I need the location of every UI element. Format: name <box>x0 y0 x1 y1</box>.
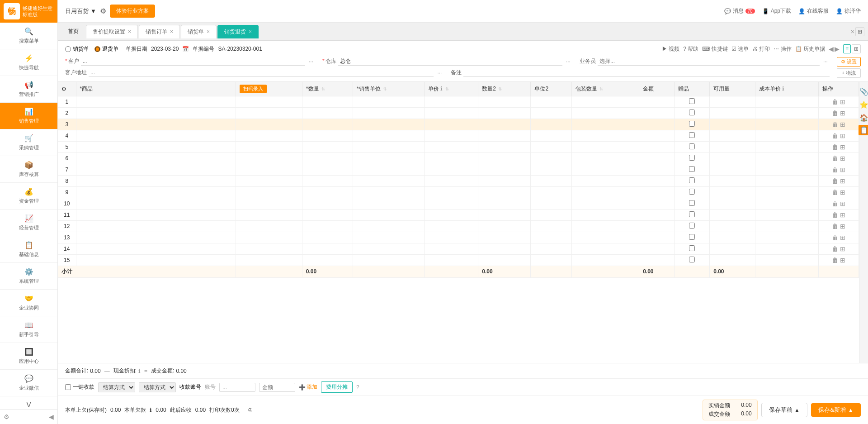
row-available[interactable] <box>710 186 755 198</box>
gift-checkbox[interactable] <box>689 166 695 172</box>
row-amount[interactable] <box>639 175 675 186</box>
radio-sales-bill-input[interactable] <box>65 46 71 52</box>
row-price[interactable] <box>425 220 478 232</box>
address-picker-btn[interactable]: ··· <box>435 70 443 76</box>
row-goods[interactable] <box>76 198 236 209</box>
row-pack-qty[interactable] <box>572 175 639 186</box>
print-btn[interactable]: 🖨 打印 <box>752 45 770 53</box>
copy-row-btn[interactable]: ⊞ <box>840 110 845 117</box>
operation-btn[interactable]: ⋯ 操作 <box>774 45 791 53</box>
row-goods[interactable] <box>76 96 236 108</box>
row-unit2[interactable] <box>531 232 572 243</box>
sidebar-item-sales[interactable]: 📊 销售管理 <box>0 103 57 129</box>
delete-row-btn[interactable]: 🗑 <box>832 143 838 151</box>
tab-sales-return-close[interactable]: × <box>249 29 252 35</box>
grid-view-btn[interactable]: ⊞ <box>852 44 861 53</box>
row-price[interactable] <box>425 232 478 243</box>
qty-sort-icon[interactable]: ⇅ <box>321 86 325 91</box>
right-panel-icon-2[interactable]: ⭐ <box>859 99 868 111</box>
sidebar-item-appstore[interactable]: 🔲 应用中心 <box>0 343 57 370</box>
row-goods[interactable] <box>76 119 236 130</box>
tab-home[interactable]: 首页 <box>61 25 85 38</box>
sidebar-item-vip[interactable]: V 畅会员 <box>0 396 57 409</box>
row-unit2[interactable] <box>531 243 572 254</box>
row-price[interactable] <box>425 119 478 130</box>
row-price[interactable] <box>425 96 478 108</box>
row-cost-price[interactable] <box>755 243 818 254</box>
row-cost-price[interactable] <box>755 130 818 141</box>
tab-sales-order-close[interactable]: × <box>170 29 173 35</box>
gift-checkbox[interactable] <box>689 121 695 127</box>
row-price[interactable] <box>425 164 478 175</box>
row-qty[interactable] <box>302 164 353 175</box>
delete-row-btn[interactable]: 🗑 <box>832 211 838 219</box>
gift-checkbox[interactable] <box>689 211 695 217</box>
row-unit[interactable] <box>353 175 425 186</box>
copy-row-btn[interactable]: ⊞ <box>840 155 845 162</box>
warehouse-input[interactable] <box>338 57 562 66</box>
row-pack-qty[interactable] <box>572 243 639 254</box>
row-qty[interactable] <box>302 254 353 266</box>
row-unit[interactable] <box>353 141 425 152</box>
gift-checkbox[interactable] <box>689 257 695 262</box>
radio-sales-bill[interactable]: 销货单 <box>65 45 89 53</box>
price-sort-icon[interactable]: ⇅ <box>445 86 449 91</box>
row-pack-qty[interactable] <box>572 198 639 209</box>
row-qty[interactable] <box>302 243 353 254</box>
row-available[interactable] <box>710 209 755 220</box>
row-qty2[interactable] <box>478 96 531 108</box>
row-qty2[interactable] <box>478 232 531 243</box>
row-pack-qty[interactable] <box>572 254 639 266</box>
row-available[interactable] <box>710 141 755 152</box>
row-pack-qty[interactable] <box>572 96 639 108</box>
shortcut-btn[interactable]: ⌨ 快捷键 <box>702 45 727 53</box>
copy-row-btn[interactable]: ⊞ <box>840 166 845 173</box>
row-available[interactable] <box>710 108 755 119</box>
row-qty2[interactable] <box>478 209 531 220</box>
copy-row-btn[interactable]: ⊞ <box>840 223 845 230</box>
delete-row-btn[interactable]: 🗑 <box>832 110 838 117</box>
row-goods[interactable] <box>76 130 236 141</box>
row-unit[interactable] <box>353 186 425 198</box>
address-input[interactable] <box>89 68 434 77</box>
row-amount[interactable] <box>639 254 675 266</box>
row-unit[interactable] <box>353 232 425 243</box>
row-available[interactable] <box>710 220 755 232</box>
row-qty[interactable] <box>302 186 353 198</box>
row-unit2[interactable] <box>531 164 572 175</box>
row-pack-qty[interactable] <box>572 108 639 119</box>
row-pack-qty[interactable] <box>572 119 639 130</box>
delete-row-btn[interactable]: 🗑 <box>832 155 838 162</box>
customer-input[interactable] <box>81 57 305 66</box>
row-unit2[interactable] <box>531 130 572 141</box>
qty2-sort-icon[interactable]: ⇅ <box>498 86 502 91</box>
row-amount[interactable] <box>639 198 675 209</box>
sidebar-settings-btn[interactable]: ⚙ <box>4 413 9 420</box>
fee-tip-icon[interactable]: ? <box>356 384 359 391</box>
calendar-icon[interactable]: 📅 <box>182 46 189 52</box>
row-price[interactable] <box>425 198 478 209</box>
salesperson-input[interactable] <box>598 57 820 66</box>
delete-row-btn[interactable]: 🗑 <box>832 166 838 173</box>
row-cost-price[interactable] <box>755 186 818 198</box>
row-unit2[interactable] <box>531 96 572 108</box>
row-goods[interactable] <box>76 141 236 152</box>
row-price[interactable] <box>425 108 478 119</box>
row-available[interactable] <box>710 164 755 175</box>
copy-row-btn[interactable]: ⊞ <box>840 257 845 264</box>
row-unit[interactable] <box>353 198 425 209</box>
goods-input[interactable] <box>80 121 232 128</box>
row-unit[interactable] <box>353 119 425 130</box>
row-unit[interactable] <box>353 130 425 141</box>
row-cost-price[interactable] <box>755 119 818 130</box>
row-unit2[interactable] <box>531 108 572 119</box>
row-goods[interactable] <box>76 164 236 175</box>
row-unit[interactable] <box>353 254 425 266</box>
row-price[interactable] <box>425 130 478 141</box>
delete-row-btn[interactable]: 🗑 <box>832 234 838 241</box>
gift-checkbox[interactable] <box>689 177 695 183</box>
row-qty2[interactable] <box>478 175 531 186</box>
messages-btn[interactable]: 💬 消息 70 <box>724 7 755 15</box>
gift-checkbox[interactable] <box>689 189 695 195</box>
row-qty2[interactable] <box>478 141 531 152</box>
